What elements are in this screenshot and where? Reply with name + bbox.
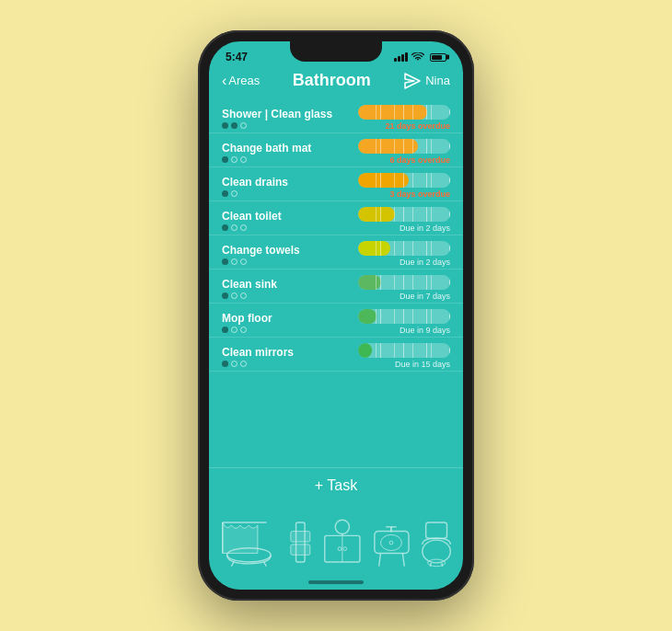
task-name: Change bath mat <box>222 142 349 155</box>
task-name: Change towels <box>222 244 349 257</box>
phone-frame: 5:47 <box>198 30 474 601</box>
vanity-cabinet-icon <box>320 517 365 568</box>
add-task-button[interactable]: + Task <box>209 467 463 503</box>
task-item[interactable]: Clean sinkDue in 7 days <box>209 270 463 304</box>
svg-point-15 <box>381 534 402 550</box>
task-dots <box>222 122 349 129</box>
phone-screen: 5:47 <box>209 41 463 590</box>
svg-rect-21 <box>425 522 446 538</box>
sink-icon <box>372 517 411 568</box>
progress-fill <box>358 275 381 290</box>
task-item[interactable]: Shower | Clean glass21 days overdue <box>209 99 463 133</box>
home-indicator <box>308 580 364 584</box>
signal-icon <box>394 52 408 62</box>
progress-fill <box>358 105 427 120</box>
due-label: 21 days overdue <box>385 121 450 131</box>
task-name: Clean toilet <box>222 210 349 223</box>
progress-bar <box>358 241 450 256</box>
task-item[interactable]: Mop floorDue in 9 days <box>209 304 463 338</box>
task-dots <box>222 156 349 163</box>
task-list: Shower | Clean glass21 days overdueChang… <box>209 98 463 467</box>
back-label: Areas <box>228 74 260 87</box>
progress-fill <box>358 207 395 222</box>
svg-line-25 <box>442 563 443 567</box>
towel-rack-icon <box>287 517 314 568</box>
toilet-icon <box>419 517 454 568</box>
svg-point-10 <box>338 547 342 551</box>
battery-icon <box>430 53 446 62</box>
wifi-icon <box>411 52 424 62</box>
user-label: Nina <box>425 74 450 87</box>
progress-fill <box>358 343 372 358</box>
task-name: Shower | Clean glass <box>222 108 349 120</box>
task-dots <box>222 224 349 231</box>
progress-fill <box>358 139 418 154</box>
svg-rect-7 <box>291 545 310 555</box>
due-label: 3 days overdue <box>389 189 450 199</box>
back-arrow-icon: ‹ <box>222 73 226 89</box>
progress-bar <box>358 275 450 290</box>
user-button[interactable]: Nina <box>403 72 450 90</box>
due-label: Due in 2 days <box>400 224 450 233</box>
svg-line-3 <box>231 562 234 567</box>
task-dots <box>222 190 349 197</box>
task-item[interactable]: Clean drains3 days overdue <box>209 167 463 201</box>
add-task-label: + Task <box>315 477 357 493</box>
task-item[interactable]: Clean mirrorsDue in 15 days <box>209 338 463 372</box>
svg-point-16 <box>389 541 393 545</box>
svg-line-19 <box>379 553 381 566</box>
bottom-illustration <box>209 503 463 577</box>
task-name: Mop floor <box>222 312 349 325</box>
task-dots <box>222 258 349 265</box>
progress-fill <box>358 309 377 324</box>
progress-fill <box>358 241 390 256</box>
task-item[interactable]: Clean toiletDue in 2 days <box>209 201 463 235</box>
nav-bar: ‹ Areas Bathroom Nina <box>209 67 463 98</box>
task-dots <box>222 327 349 333</box>
progress-fill <box>358 173 409 188</box>
progress-bar <box>358 173 450 188</box>
svg-point-11 <box>343 547 347 551</box>
svg-line-4 <box>264 562 267 567</box>
due-label: Due in 2 days <box>400 258 450 267</box>
svg-point-12 <box>336 520 350 533</box>
status-time: 5:47 <box>226 51 248 63</box>
task-item[interactable]: Change bath mat6 days overdue <box>209 133 463 167</box>
task-name: Clean mirrors <box>222 346 349 359</box>
progress-bar <box>358 139 450 154</box>
progress-bar <box>358 207 450 222</box>
status-icons <box>394 52 446 62</box>
task-dots <box>222 361 349 367</box>
due-label: Due in 7 days <box>400 292 450 301</box>
task-item[interactable]: Change towelsDue in 2 days <box>209 235 463 270</box>
task-dots <box>222 293 349 299</box>
due-label: Due in 15 days <box>395 360 450 369</box>
svg-line-20 <box>402 553 404 566</box>
task-name: Clean drains <box>222 176 349 189</box>
svg-line-24 <box>430 563 431 567</box>
back-button[interactable]: ‹ Areas <box>222 73 260 89</box>
progress-bar <box>358 309 450 324</box>
progress-bar <box>358 343 450 358</box>
user-icon <box>403 72 422 90</box>
page-title: Bathroom <box>293 71 371 90</box>
progress-bar <box>358 105 450 120</box>
due-label: 6 days overdue <box>389 155 450 165</box>
bathtub-icon <box>218 517 280 568</box>
due-label: Due in 9 days <box>400 326 450 335</box>
phone-notch <box>290 41 382 62</box>
svg-rect-6 <box>291 532 310 542</box>
task-name: Clean sink <box>222 278 349 291</box>
